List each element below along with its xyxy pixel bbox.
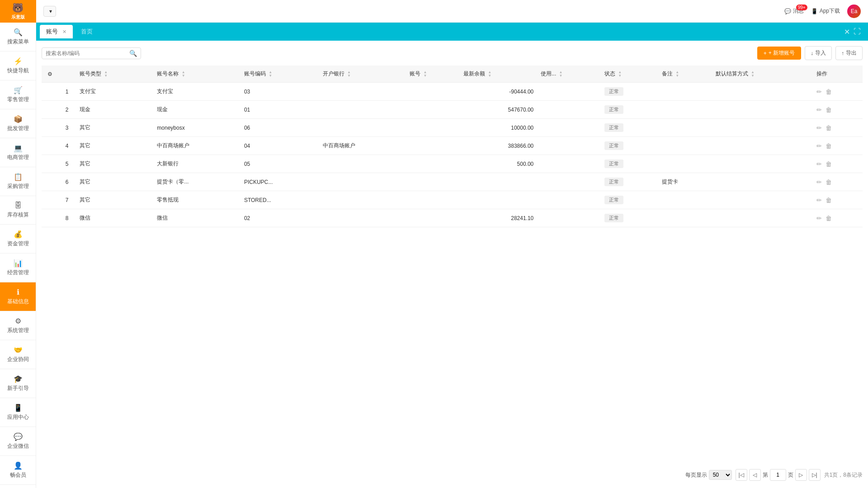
- edit-button-3[interactable]: ✏: [816, 142, 822, 150]
- col-bank[interactable]: 开户银行 ▲▼: [319, 66, 406, 83]
- row-name-1: 现金: [153, 101, 241, 119]
- tab-accounts[interactable]: 账号✕: [40, 25, 73, 38]
- row-num-6: 7: [58, 191, 76, 209]
- delete-button-0[interactable]: 🗑: [826, 88, 832, 95]
- col-settings[interactable]: ⚙: [42, 66, 58, 83]
- col-code[interactable]: 账号编码 ▲▼: [241, 66, 319, 83]
- import-icon: ↓: [811, 50, 813, 56]
- delete-button-3[interactable]: 🗑: [826, 142, 832, 150]
- sidebar-item-search-menu[interactable]: 🔍 搜索菜单: [0, 23, 36, 52]
- search-input[interactable]: [46, 50, 127, 56]
- row-remark-7: [658, 209, 712, 227]
- edit-button-0[interactable]: ✏: [816, 88, 822, 95]
- sidebar-icon-basic-info: ℹ: [17, 288, 19, 296]
- row-balance-0: -90444.00: [460, 83, 537, 101]
- row-usage-1: [537, 101, 601, 119]
- row-default-settlement-0: [712, 83, 813, 101]
- row-settings-6: [42, 191, 58, 209]
- row-default-settlement-6: [712, 191, 813, 209]
- sidebar-item-ops-mgmt[interactable]: 📊 经营管理: [0, 253, 36, 282]
- export-button[interactable]: ↑ 导出: [835, 46, 863, 60]
- row-code-6: STORED...: [241, 191, 319, 209]
- row-type-1: 现金: [76, 101, 153, 119]
- sidebar-label-wholesale-mgmt: 批发管理: [7, 125, 29, 132]
- first-page-button[interactable]: |◁: [736, 469, 747, 481]
- col-balance[interactable]: 最新余额 ▲▼: [460, 66, 537, 83]
- sidebar-label-retail-mgmt: 零售管理: [7, 96, 29, 103]
- row-settings-3: [42, 137, 58, 155]
- row-type-6: 其它: [76, 191, 153, 209]
- delete-button-1[interactable]: 🗑: [826, 106, 832, 113]
- tab-close-all-icon[interactable]: ✕: [844, 28, 850, 36]
- tab-home[interactable]: 首页: [75, 25, 99, 38]
- row-default-settlement-3: [712, 137, 813, 155]
- next-page-button[interactable]: ▷: [795, 469, 807, 481]
- col-remark[interactable]: 备注 ▲▼: [658, 66, 712, 83]
- row-account-6: [406, 191, 460, 209]
- row-usage-2: [537, 119, 601, 137]
- import-button[interactable]: ↓ 导入: [805, 46, 832, 60]
- row-bank-4: [319, 155, 406, 173]
- row-num-5: 6: [58, 173, 76, 191]
- edit-button-7[interactable]: ✏: [816, 215, 822, 222]
- delete-button-4[interactable]: 🗑: [826, 160, 832, 168]
- sidebar-item-inventory[interactable]: 🗄 库存核算: [0, 196, 36, 225]
- store-dropdown[interactable]: ▾: [43, 6, 56, 17]
- sidebar-label-basic-info: 基础信息: [7, 298, 29, 305]
- sidebar-item-enterprise-agreement[interactable]: 🤝 企业协同: [0, 340, 36, 369]
- delete-button-6[interactable]: 🗑: [826, 197, 832, 204]
- per-page-dropdown[interactable]: 50 100 200: [709, 470, 732, 480]
- sidebar-item-purchase-mgmt[interactable]: 📋 采购管理: [0, 167, 36, 196]
- edit-button-1[interactable]: ✏: [816, 106, 822, 113]
- row-balance-2: 10000.00: [460, 119, 537, 137]
- col-name[interactable]: 账号名称 ▲▼: [153, 66, 241, 83]
- sidebar-item-app-center[interactable]: 📱 应用中心: [0, 398, 36, 427]
- last-page-button[interactable]: ▷|: [809, 469, 821, 481]
- tab-close-accounts[interactable]: ✕: [62, 29, 66, 35]
- col-type[interactable]: 账号类型 ▲▼: [76, 66, 153, 83]
- sidebar-icon-wholesale-mgmt: 📦: [14, 115, 23, 123]
- edit-button-2[interactable]: ✏: [816, 124, 822, 131]
- row-default-settlement-1: [712, 101, 813, 119]
- tab-label-home: 首页: [81, 28, 93, 36]
- col-usage[interactable]: 使用... ▲▼: [537, 66, 601, 83]
- col-default-settlement[interactable]: 默认结算方式 ▲▼: [712, 66, 813, 83]
- user-avatar[interactable]: Ea: [847, 5, 861, 18]
- sidebar-item-ecommerce-mgmt[interactable]: 💻 电商管理: [0, 138, 36, 167]
- sidebar-item-sys-mgmt[interactable]: ⚙ 系统管理: [0, 311, 36, 340]
- message-button[interactable]: 💬 消息 99+: [784, 7, 804, 15]
- col-status[interactable]: 状态 ▲▼: [601, 66, 658, 83]
- table-header: ⚙ 账号类型 ▲▼ 账号名称 ▲▼ 账号编码 ▲▼ 开户银行 ▲▼ 账号 ▲▼ …: [42, 66, 863, 83]
- sidebar-item-finance-mgmt[interactable]: 💰 资金管理: [0, 225, 36, 253]
- sidebar-item-member[interactable]: 👤 畅会员: [0, 456, 36, 485]
- tab-expand-icon[interactable]: ⛶: [854, 28, 861, 36]
- sidebar-item-wholesale-mgmt[interactable]: 📦 批发管理: [0, 109, 36, 138]
- edit-button-5[interactable]: ✏: [816, 178, 822, 186]
- sidebar-icon-new-guide: 🎓: [14, 375, 23, 383]
- delete-button-7[interactable]: 🗑: [826, 215, 832, 222]
- app-download-button[interactable]: 📱 App下载: [811, 7, 840, 15]
- row-num-2: 3: [58, 119, 76, 137]
- page-input[interactable]: [770, 469, 786, 481]
- sidebar-icon-sys-mgmt: ⚙: [15, 317, 21, 325]
- sidebar-item-retail-mgmt[interactable]: 🛒 零售管理: [0, 80, 36, 109]
- tab-label-accounts: 账号: [46, 28, 58, 36]
- prev-page-button[interactable]: ◁: [749, 469, 761, 481]
- col-account[interactable]: 账号 ▲▼: [406, 66, 460, 83]
- row-balance-4: 500.00: [460, 155, 537, 173]
- edit-button-6[interactable]: ✏: [816, 197, 822, 204]
- add-account-button[interactable]: + + 新增账号: [757, 47, 801, 60]
- sidebar-item-new-guide[interactable]: 🎓 新手引导: [0, 369, 36, 398]
- sidebar-item-basic-info[interactable]: ℹ 基础信息: [0, 282, 36, 311]
- sidebar-item-enterprise-wechat[interactable]: 💬 企业微信: [0, 427, 36, 456]
- search-box[interactable]: 🔍: [42, 47, 141, 59]
- row-status-0: 正常: [601, 83, 658, 101]
- row-name-4: 大新银行: [153, 155, 241, 173]
- delete-button-2[interactable]: 🗑: [826, 124, 832, 131]
- row-actions-5: ✏ 🗑: [813, 173, 863, 191]
- sidebar-item-quick-nav[interactable]: ⚡ 快捷导航: [0, 52, 36, 80]
- sidebar-icon-finance-mgmt: 💰: [14, 230, 23, 239]
- row-settings-1: [42, 101, 58, 119]
- delete-button-5[interactable]: 🗑: [826, 178, 832, 186]
- edit-button-4[interactable]: ✏: [816, 160, 822, 168]
